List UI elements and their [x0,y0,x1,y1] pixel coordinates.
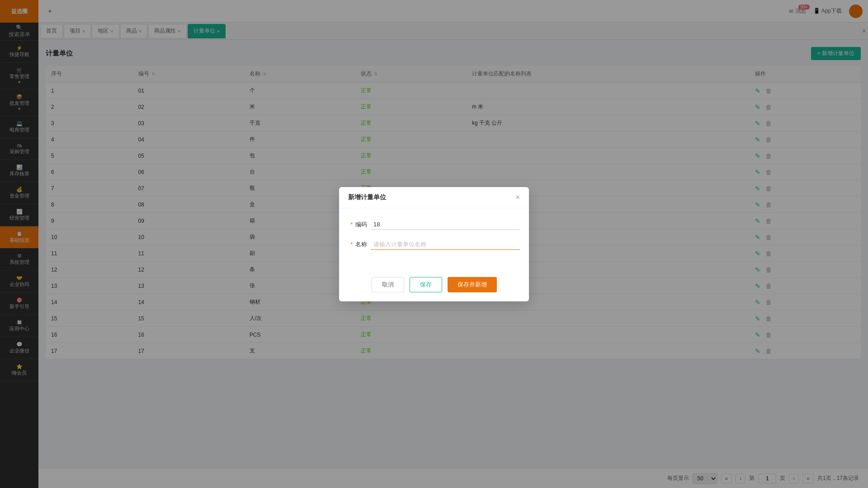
name-input[interactable] [371,239,520,250]
add-unit-modal: 新增计量单位 × * 编码 * 名称 取消 保存 保存并新增 [339,187,529,301]
modal-overlay: 新增计量单位 × * 编码 * 名称 取消 保存 保存并新增 [0,0,868,488]
name-required-mark: * [350,241,353,248]
cancel-button[interactable]: 取消 [372,277,404,292]
modal-body: * 编码 * 名称 [339,208,529,270]
save-and-new-button[interactable]: 保存并新增 [448,277,497,292]
code-required-mark: * [350,221,353,228]
name-label-text: 名称 [355,241,367,248]
form-item-name: * 名称 [348,239,520,250]
form-item-code: * 编码 [348,219,520,230]
modal-header: 新增计量单位 × [339,187,529,208]
code-label-text: 编码 [355,221,367,228]
modal-close-button[interactable]: × [516,193,520,202]
code-label: * 编码 [348,221,371,229]
modal-title: 新增计量单位 [348,193,386,202]
name-label: * 名称 [348,240,371,249]
modal-footer: 取消 保存 保存并新增 [339,270,529,301]
save-button[interactable]: 保存 [410,277,442,292]
code-input[interactable] [371,219,520,230]
